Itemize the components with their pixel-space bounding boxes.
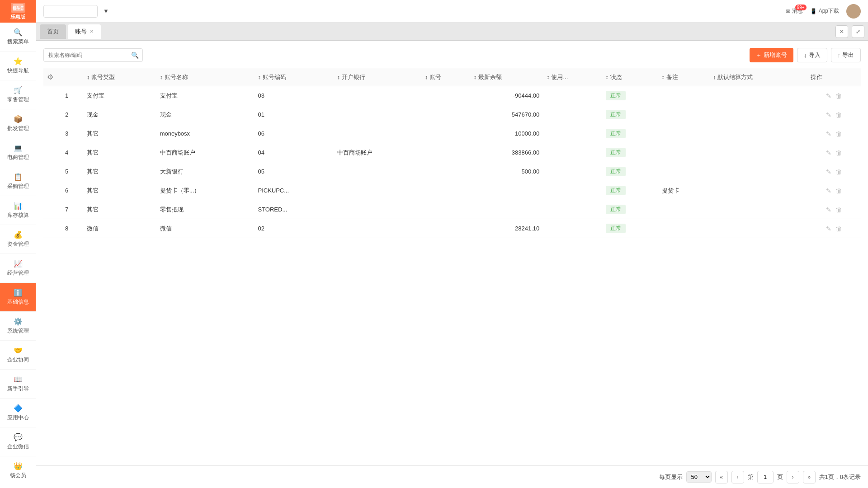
table-row: 5 其它 大新银行 05 500.00 正常 ✎ 🗑 <box>43 162 861 181</box>
sidebar-item-wholesale-mgmt[interactable]: 📦 批发管理 <box>0 109 36 138</box>
search-button[interactable]: 🔍 <box>127 49 142 61</box>
app-center-icon: 🔷 <box>14 404 23 413</box>
sidebar-item-basic-info[interactable]: ℹ️ 基础信息 <box>0 283 36 312</box>
row-code: PICKUPC... <box>254 181 333 200</box>
user-avatar[interactable] <box>846 4 861 19</box>
topbar-dropdown[interactable]: ▼ <box>103 8 109 14</box>
toolbar: 🔍 ＋ 新增账号 ↓ 导入 ↑ 导出 <box>43 48 861 62</box>
edit-icon[interactable]: ✎ <box>826 168 831 175</box>
export-icon: ↑ <box>838 52 841 59</box>
row-index: 5 <box>61 162 83 181</box>
top-search-input[interactable] <box>43 5 98 18</box>
edit-icon[interactable]: ✎ <box>826 130 831 137</box>
add-account-button[interactable]: ＋ 新增账号 <box>750 48 793 62</box>
row-actions: ✎ 🗑 <box>807 124 861 143</box>
search-input[interactable] <box>44 49 127 61</box>
col-status[interactable]: ↕ 状态 <box>602 68 658 86</box>
prev-page-button[interactable]: ‹ <box>731 471 744 483</box>
message-button[interactable]: ✉ 消息 99+ <box>786 7 803 15</box>
col-bank[interactable]: ↕ 开户银行 <box>334 68 421 86</box>
edit-icon[interactable]: ✎ <box>826 149 831 156</box>
row-status: 正常 <box>602 105 658 124</box>
col-balance[interactable]: ↕ 最新余额 <box>470 68 543 86</box>
settings-gear-icon[interactable]: ⚙ <box>47 73 53 81</box>
tab-fullscreen-action[interactable]: ⤢ <box>852 25 864 38</box>
sidebar-item-search-menu-label: 搜索菜单 <box>7 38 29 46</box>
edit-icon[interactable]: ✎ <box>826 225 831 232</box>
row-bank <box>334 219 421 238</box>
first-page-button[interactable]: « <box>715 471 728 483</box>
edit-icon[interactable]: ✎ <box>826 206 831 213</box>
sidebar-item-inventory-check[interactable]: 📊 库存核算 <box>0 196 36 225</box>
last-page-button[interactable]: » <box>803 471 816 483</box>
sidebar-item-search-menu[interactable]: 🔍 搜索菜单 <box>0 23 36 52</box>
delete-icon[interactable]: 🗑 <box>835 130 842 137</box>
sidebar-item-sys-mgmt[interactable]: ⚙️ 系统管理 <box>0 312 36 341</box>
col-type[interactable]: ↕ 账号类型 <box>83 68 156 86</box>
tab-account-close[interactable]: ✕ <box>90 29 94 34</box>
tab-home[interactable]: 首页 <box>40 24 66 39</box>
table-row: 1 支付宝 支付宝 03 -90444.00 正常 ✎ 🗑 <box>43 86 861 105</box>
row-bank <box>334 105 421 124</box>
row-index: 2 <box>61 105 83 124</box>
delete-icon[interactable]: 🗑 <box>835 225 842 232</box>
sidebar-item-vip-member[interactable]: 👑 畅会员 <box>0 456 36 485</box>
col-default-payment[interactable]: ↕ 默认结算方式 <box>709 68 807 86</box>
sidebar-item-enterprise-agreement[interactable]: 🤝 企业协同 <box>0 341 36 370</box>
delete-icon[interactable]: 🗑 <box>835 149 842 156</box>
row-code: 02 <box>254 219 333 238</box>
tab-close-action[interactable]: ✕ <box>835 25 848 38</box>
col-name[interactable]: ↕ 账号名称 <box>156 68 255 86</box>
row-note <box>658 162 710 181</box>
row-type: 现金 <box>83 105 156 124</box>
page-size-select[interactable]: 50 10 20 100 <box>686 471 712 483</box>
row-status: 正常 <box>602 162 658 181</box>
col-code[interactable]: ↕ 账号编码 <box>254 68 333 86</box>
col-account[interactable]: ↕ 账号 <box>421 68 470 86</box>
sidebar-item-ecommerce-mgmt[interactable]: 💻 电商管理 <box>0 138 36 167</box>
sidebar-item-quick-nav[interactable]: ⭐ 快捷导航 <box>0 52 36 80</box>
vip-member-icon: 👑 <box>14 462 23 470</box>
import-button[interactable]: ↓ 导入 <box>797 48 827 62</box>
row-type: 其它 <box>83 162 156 181</box>
sidebar-item-app-center-label: 应用中心 <box>7 414 29 422</box>
sidebar-item-newbie-guide[interactable]: 📖 新手引导 <box>0 370 36 399</box>
pagination-bar: 每页显示 50 10 20 100 « ‹ 第 页 › » 共1页，8条记录 <box>36 465 868 488</box>
row-status: 正常 <box>602 124 658 143</box>
delete-icon[interactable]: 🗑 <box>835 92 842 99</box>
edit-icon[interactable]: ✎ <box>826 111 831 118</box>
col-usage[interactable]: ↕ 使用... <box>543 68 602 86</box>
col-note[interactable]: ↕ 备注 <box>658 68 710 86</box>
sidebar-item-ops-mgmt[interactable]: 📈 经营管理 <box>0 254 36 283</box>
next-page-button[interactable]: › <box>787 471 799 483</box>
account-table: ⚙ ↕ 账号类型 ↕ 账号名称 ↕ 账号编码 ↕ 开户银行 <box>43 68 861 238</box>
sidebar-item-retail-mgmt[interactable]: 🛒 零售管理 <box>0 80 36 109</box>
tab-account[interactable]: 账号 ✕ <box>68 24 101 39</box>
row-default-payment <box>709 143 807 162</box>
delete-icon[interactable]: 🗑 <box>835 111 842 118</box>
row-name: 支付宝 <box>156 86 255 105</box>
sidebar-item-purchase-mgmt[interactable]: 📋 采购管理 <box>0 167 36 196</box>
row-account <box>421 143 470 162</box>
row-account <box>421 124 470 143</box>
row-type: 其它 <box>83 124 156 143</box>
sidebar-item-capital-mgmt-label: 资金管理 <box>7 240 29 248</box>
row-code: 05 <box>254 162 333 181</box>
row-settings <box>43 105 61 124</box>
edit-icon[interactable]: ✎ <box>826 92 831 99</box>
sidebar-item-app-center[interactable]: 🔷 应用中心 <box>0 399 36 427</box>
app-download-button[interactable]: 📱 App下载 <box>810 7 839 15</box>
row-index: 7 <box>61 200 83 219</box>
delete-icon[interactable]: 🗑 <box>835 168 842 175</box>
export-button[interactable]: ↑ 导出 <box>831 48 861 62</box>
table-row: 2 现金 现金 01 547670.00 正常 ✎ 🗑 <box>43 105 861 124</box>
edit-icon[interactable]: ✎ <box>826 187 831 194</box>
delete-icon[interactable]: 🗑 <box>835 206 842 213</box>
toolbar-right: ＋ 新增账号 ↓ 导入 ↑ 导出 <box>750 48 861 62</box>
ecommerce-mgmt-icon: 💻 <box>14 144 23 152</box>
delete-icon[interactable]: 🗑 <box>835 187 842 194</box>
sidebar-item-ecommerce-mgmt-label: 电商管理 <box>7 154 29 161</box>
sidebar-item-enterprise-wechat[interactable]: 💬 企业微信 <box>0 427 36 456</box>
page-input[interactable] <box>757 471 774 483</box>
sidebar-item-capital-mgmt[interactable]: 💰 资金管理 <box>0 225 36 254</box>
